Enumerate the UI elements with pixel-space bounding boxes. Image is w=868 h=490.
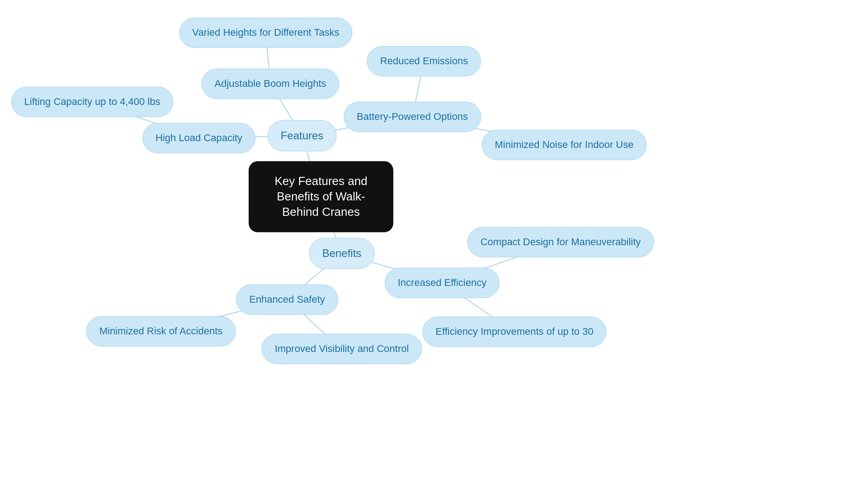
benefits-node: Benefits: [309, 238, 375, 269]
reduced-emissions-node: Reduced Emissions: [367, 46, 481, 76]
adjustable-boom-node: Adjustable Boom Heights: [201, 69, 339, 99]
enhanced-safety-node: Enhanced Safety: [236, 285, 338, 315]
increased-efficiency-node: Increased Efficiency: [385, 268, 500, 298]
minimized-risk-node: Minimized Risk of Accidents: [86, 316, 236, 347]
lifting-capacity-node: Lifting Capacity up to 4,400 lbs: [11, 87, 174, 117]
features-node: Features: [268, 120, 337, 151]
varied-heights-node: Varied Heights for Different Tasks: [179, 18, 352, 48]
center-node: Key Features and Benefits of Walk-Behind…: [249, 161, 393, 232]
efficiency-improvements-node: Efficiency Improvements of up to 30: [422, 317, 606, 347]
improved-visibility-node: Improved Visibility and Control: [262, 334, 422, 364]
compact-design-node: Compact Design for Maneuverability: [467, 227, 654, 257]
high-load-node: High Load Capacity: [142, 123, 255, 153]
minimized-noise-node: Minimized Noise for Indoor Use: [482, 130, 647, 160]
battery-powered-node: Battery-Powered Options: [344, 102, 481, 132]
